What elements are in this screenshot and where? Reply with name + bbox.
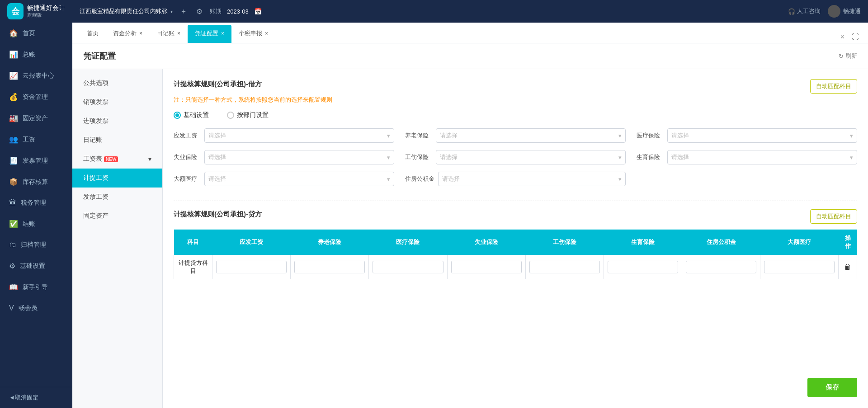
cell-unemployment[interactable] (447, 255, 525, 279)
tab-tax-return[interactable]: 个税申报 × (231, 25, 275, 43)
add-icon[interactable]: ＋ (178, 5, 189, 18)
sidebar-item-guide[interactable]: 📖 新手引导 (0, 277, 72, 298)
sidebar-item-funds[interactable]: 💰 资金管理 (0, 86, 72, 108)
sidebar-label-home: 首页 (23, 29, 35, 38)
radio-basic-setup[interactable]: 基础设置 (174, 111, 209, 119)
service-btn[interactable]: 🎧 人工咨询 (788, 7, 821, 15)
pension-select[interactable]: 请选择 ▾ (436, 128, 626, 143)
tab-fund-analysis-close[interactable]: × (139, 30, 142, 37)
input-pension[interactable] (294, 261, 365, 273)
tab-fund-analysis[interactable]: 资金分析 × (106, 25, 150, 43)
tab-tax-return-label: 个税申报 (239, 29, 262, 38)
col-action: 操作 (839, 230, 857, 255)
cell-housing[interactable] (682, 255, 760, 279)
tab-actions: × ⛶ (839, 31, 861, 43)
nav-sales-invoice[interactable]: 销项发票 (72, 93, 162, 112)
tab-journal[interactable]: 日记账 × (150, 25, 188, 43)
tab-voucher-config-close[interactable]: × (221, 30, 224, 37)
cell-large-med[interactable] (760, 255, 839, 279)
expand-icon[interactable]: ⛶ (850, 31, 861, 43)
unemployment-select[interactable]: 请选择 ▾ (204, 150, 394, 164)
medical-select[interactable]: 请选择 ▾ (667, 128, 857, 143)
nav-pay-wage[interactable]: 发放工资 (72, 188, 162, 206)
sidebar-label-archive: 归档管理 (21, 241, 46, 249)
tab-home[interactable]: 首页 (80, 25, 106, 43)
nav-public-options[interactable]: 公共选项 (72, 74, 162, 93)
cell-injury[interactable] (525, 255, 604, 279)
large-medical-select[interactable]: 请选择 ▾ (204, 172, 394, 186)
input-base-wage[interactable] (216, 261, 287, 273)
col-pension: 养老保险 (291, 230, 369, 255)
nav-journal[interactable]: 日记账 (72, 131, 162, 150)
sidebar-item-settings[interactable]: ⚙ 基础设置 (0, 255, 72, 277)
right-content: 计提核算规则(公司承担)-借方 自动匹配科目 注：只能选择一种方式，系统将按照您… (163, 69, 868, 408)
field-medical: 医疗保险 请选择 ▾ (637, 128, 857, 143)
auto-match-debit-button[interactable]: 自动匹配科目 (810, 79, 857, 94)
radio-dept-setup[interactable]: 按部门设置 (227, 111, 269, 119)
save-button[interactable]: 保存 (807, 378, 857, 397)
sidebar-item-invoices[interactable]: 🧾 发票管理 (0, 150, 72, 171)
nav-accrual-wage[interactable]: 计提工资 (72, 169, 162, 188)
user-avatar-area[interactable]: 畅捷通 (828, 5, 861, 18)
nav-purchase-invoice[interactable]: 进项发票 (72, 112, 162, 131)
calendar-icon[interactable]: 📅 (254, 8, 262, 15)
refresh-button[interactable]: ↻ 刷新 (839, 52, 857, 60)
input-injury[interactable] (529, 261, 600, 273)
auto-match-credit-button[interactable]: 自动匹配科目 (810, 209, 857, 224)
credit-table: 科目 应发工资 养老保险 医疗保险 失业保险 工伤保险 生育保险 住房公积金 大… (174, 230, 857, 279)
field-unemployment: 失业保险 请选择 ▾ (174, 150, 394, 164)
input-large-med[interactable] (764, 261, 835, 273)
maternity-label: 生育保险 (637, 153, 664, 161)
col-subject: 科目 (174, 230, 212, 255)
gear-icon[interactable]: ⚙ (194, 5, 204, 18)
injury-label: 工伤保险 (405, 153, 432, 161)
sidebar-item-vip[interactable]: V 畅会员 (0, 298, 72, 319)
cancel-fixed-btn[interactable]: ◄取消固定 (0, 387, 72, 408)
tab-journal-close[interactable]: × (177, 30, 180, 37)
nav-wage-table[interactable]: 工资表NEW ▾ (72, 150, 162, 169)
sidebar-item-fixed-assets[interactable]: 🏭 固定资产 (0, 108, 72, 129)
radio-group: 基础设置 按部门设置 (174, 111, 857, 119)
input-maternity[interactable] (608, 261, 678, 273)
cell-pension[interactable] (291, 255, 369, 279)
sidebar-item-close[interactable]: ✅ 结账 (0, 213, 72, 234)
company-selector[interactable]: 江西服宝精品有限责任公司内账张 ▾ (80, 7, 173, 15)
archive-icon: 🗂 (9, 241, 16, 249)
sidebar-item-home[interactable]: 🏠 首页 (0, 23, 72, 44)
sidebar-item-payroll[interactable]: 👥 工资 (0, 129, 72, 150)
housing-fund-placeholder: 请选择 (442, 175, 460, 183)
inventory-icon: 📦 (9, 178, 18, 186)
close-tab-icon[interactable]: × (839, 31, 846, 43)
input-housing[interactable] (686, 261, 756, 273)
cell-medical[interactable] (369, 255, 447, 279)
cell-base-wage[interactable] (212, 255, 291, 279)
sidebar-item-reports[interactable]: 📈 云报表中心 (0, 65, 72, 86)
sidebar-item-ledger[interactable]: 📊 总账 (0, 44, 72, 65)
input-medical[interactable] (373, 261, 443, 273)
sidebar-item-archive[interactable]: 🗂 归档管理 (0, 234, 72, 255)
base-wage-chevron: ▾ (387, 132, 390, 139)
input-unemployment[interactable] (451, 261, 522, 273)
page-title: 凭证配置 (83, 51, 116, 61)
tab-tax-return-close[interactable]: × (265, 30, 268, 37)
tab-voucher-config[interactable]: 凭证配置 × (188, 25, 231, 43)
app-logo: 会 (7, 3, 24, 19)
unemployment-label: 失业保险 (174, 153, 201, 161)
medical-chevron: ▾ (850, 132, 853, 139)
sidebar-item-tax[interactable]: 🏛 税务管理 (0, 192, 72, 213)
col-injury: 工伤保险 (525, 230, 604, 255)
debit-section-title: 计提核算规则(公司承担)-借方 (174, 80, 262, 89)
housing-fund-select[interactable]: 请选择 ▾ (438, 172, 626, 186)
guide-icon: 📖 (9, 283, 18, 291)
injury-select[interactable]: 请选择 ▾ (436, 150, 626, 164)
cell-maternity[interactable] (604, 255, 682, 279)
reports-icon: 📈 (9, 71, 18, 80)
cell-delete[interactable]: 🗑 (839, 255, 857, 279)
sidebar-item-inventory[interactable]: 📦 库存核算 (0, 171, 72, 192)
maternity-select[interactable]: 请选择 ▾ (667, 150, 857, 164)
company-name: 江西服宝精品有限责任公司内账张 (80, 7, 168, 15)
base-wage-select[interactable]: 请选择 ▾ (204, 128, 394, 143)
expand-arrow-icon: ▾ (148, 155, 151, 163)
radio-basic-label: 基础设置 (184, 111, 209, 119)
nav-fixed-assets-nav[interactable]: 固定资产 (72, 206, 162, 225)
